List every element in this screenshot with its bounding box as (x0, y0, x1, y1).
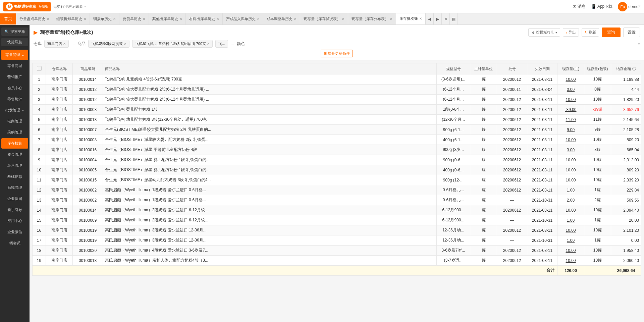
sidebar-item-member-plus[interactable]: 畅会员 (1, 238, 28, 248)
tab-11[interactable]: 库存批次账 ✕ (396, 13, 426, 25)
expand-conditions-btn[interactable]: ⊞ 展开更多条件 (321, 50, 353, 57)
sidebar-item-marketing[interactable]: 营销推广 (1, 72, 28, 82)
tab-7[interactable]: 产成品入库单历史 ✕ (223, 13, 263, 25)
sidebar-item-system[interactable]: 系统管理 (1, 182, 28, 193)
cell-qty-main[interactable]: 10.00 (557, 205, 584, 215)
sidebar-item-ecommerce[interactable]: 电商管理 (1, 116, 28, 126)
tab-3[interactable]: 调拨单历史 ✕ (90, 13, 119, 25)
message-icon: ✉ (573, 4, 577, 9)
tab-6-close[interactable]: ✕ (216, 17, 219, 21)
cell-qty-main[interactable]: 10.00 (557, 175, 584, 185)
sidebar-item-guide[interactable]: 新手引导 (1, 205, 28, 215)
table-row: 11 南岸门店 00100015 合生元（BIOSTIME）派星幼儿配方奶粉 3… (33, 175, 641, 185)
tab-11-close[interactable]: ✕ (419, 17, 422, 20)
sidebar-item-wholesale-label: 批发管理 ▼ (5, 108, 24, 112)
sidebar-item-purchase[interactable]: 采购管理 (1, 127, 28, 138)
tab-4[interactable]: 要货单历史 ✕ (119, 13, 149, 25)
tab-9-close[interactable]: ✕ (342, 17, 344, 21)
tab-8[interactable]: 成本调整单历史 ✕ (263, 13, 300, 25)
cell-qty-main[interactable]: 10.00 (557, 225, 584, 235)
tab-2[interactable]: 组装拆卸单历史 ✕ (53, 13, 90, 25)
cell-qty-main[interactable]: 9.00 (557, 125, 584, 135)
tab-next-btn[interactable]: ▶ (434, 13, 442, 25)
tab-1-close[interactable]: ✕ (47, 17, 49, 21)
product-more[interactable]: ... (231, 42, 234, 46)
export-btn[interactable]: ↑ 导出 (563, 28, 579, 37)
tab-5-close[interactable]: ✕ (179, 17, 182, 21)
tab-10[interactable]: 现存量（库存分布表） ✕ (348, 13, 396, 25)
settings-btn[interactable]: 设置 (623, 28, 640, 37)
user-area[interactable]: Ea demo2 (618, 2, 641, 11)
cell-warehouse: 南岸门店 (46, 215, 73, 225)
cell-qty-main[interactable]: 2.00 (557, 195, 584, 205)
cell-qty-main[interactable]: -39.00 (557, 105, 584, 115)
color-dropdown-arrow[interactable]: ▾ (638, 42, 640, 46)
product-tag-2-close[interactable]: ✕ (207, 42, 210, 46)
cell-qty-main[interactable]: 10.00 (557, 165, 584, 175)
cell-batch: 20200612 (497, 105, 527, 115)
tab-7-close[interactable]: ✕ (257, 17, 260, 21)
tab-prev-btn[interactable]: ◀ (426, 13, 434, 25)
cell-qty-main[interactable]: 0.00 (557, 85, 584, 95)
print-btn[interactable]: 🖨 按模板打印 ▾ (528, 28, 560, 37)
tab-1[interactable]: 分量盘点单历史 ✕ (16, 13, 53, 25)
refresh-btn[interactable]: ↻ 刷新 (582, 28, 599, 37)
cell-qty-pkg: 10罐 (584, 256, 611, 266)
warehouse-tag-close[interactable]: ✕ (63, 42, 66, 46)
sidebar-item-inventory-label: 库存核算 (7, 141, 22, 145)
tab-3-close[interactable]: ✕ (113, 17, 116, 21)
sidebar-search[interactable]: 🔍 搜索英单 (1, 28, 28, 36)
sidebar-item-member[interactable]: 会员中心 (1, 83, 28, 93)
cell-qty-main[interactable]: 10.00 (557, 246, 584, 256)
sidebar-item-operations[interactable]: 经营管理 (1, 160, 28, 171)
cell-qty-main[interactable]: 1.00 (557, 185, 584, 195)
expand-arrow[interactable]: ▶ (34, 29, 38, 36)
tab-2-close[interactable]: ✕ (84, 17, 86, 21)
cell-qty-main[interactable]: 10.00 (557, 256, 584, 266)
cell-qty-main[interactable]: 10.00 (557, 135, 584, 145)
product-tag-1-close[interactable]: ✕ (124, 42, 126, 46)
sidebar-item-wholesale[interactable]: 批发管理 ▼ (1, 105, 28, 115)
cell-qty-main[interactable]: 3.00 (557, 145, 584, 155)
query-btn[interactable]: 查询 (602, 28, 621, 37)
tab-6-label: 材料出库单历史 (189, 16, 215, 21)
sidebar-item-retail-management[interactable]: 零售管理 ▲ (1, 50, 28, 60)
cell-unit: 罐 (470, 256, 497, 266)
tab-home[interactable]: 首页 (0, 13, 16, 25)
tab-close-all-btn[interactable]: ✕ (442, 13, 450, 25)
table-row: 6 南岸门店 00100007 合生元(BIOSTIME)派星较大婴儿配方奶粉 … (33, 125, 641, 135)
warehouse-more[interactable]: ... (71, 42, 75, 46)
logo-area[interactable]: 畅 畅捷通好生意 标题版 (3, 2, 51, 11)
cell-qty-main[interactable]: 1.00 (557, 235, 584, 246)
product-tag-2[interactable]: 飞鹤星飞帆 儿童奶粉 4段(3-6岁适用) 700克 ✕ (132, 40, 213, 48)
sidebar-item-finance[interactable]: 资金管理 (1, 149, 28, 160)
tab-4-close[interactable]: ✕ (143, 17, 145, 21)
tab-10-close[interactable]: ✕ (390, 17, 392, 21)
sidebar-item-retail-mall[interactable]: 零售商城 (1, 61, 28, 71)
tab-6[interactable]: 材料出库单历史 ✕ (186, 13, 223, 25)
product-tag-more[interactable]: 飞... (215, 40, 228, 48)
cell-qty-pkg: 9罐 (584, 125, 611, 135)
cell-qty-main[interactable]: 10.00 (557, 155, 584, 165)
sidebar-item-retail-stats[interactable]: 零售统计 (1, 94, 28, 104)
sidebar-quick-nav[interactable]: 快捷导航 (1, 38, 28, 46)
sidebar-item-wechat[interactable]: 企业微信 (1, 227, 28, 237)
tab-9[interactable]: 现存量（库存状况表） ✕ (300, 13, 348, 25)
sidebar-item-enterprise[interactable]: 企业协同 (1, 194, 28, 204)
message-btn[interactable]: ✉ 消息 (573, 4, 586, 9)
sidebar-item-apps[interactable]: 应用中心 (1, 216, 28, 226)
tab-8-close[interactable]: ✕ (294, 17, 297, 21)
sidebar-item-basics[interactable]: 基础信息 (1, 171, 28, 182)
cell-qty-main[interactable]: 11.00 (557, 115, 584, 125)
cell-qty-main[interactable]: 1.00 (557, 215, 584, 225)
cell-qty-main[interactable]: 10.00 (557, 95, 584, 105)
product-tag-1[interactable]: 飞鹤奶粉3段两提装 ✕ (88, 40, 129, 48)
header-checkbox[interactable] (37, 66, 42, 71)
download-btn[interactable]: 📱 App下载 (591, 4, 612, 9)
breadcrumb-area: 母婴行业演示账套 ▾ (53, 4, 86, 9)
sidebar-item-inventory[interactable]: 库存核算 (1, 138, 28, 149)
warehouse-tag[interactable]: 南岸门店 ✕ (44, 40, 69, 48)
tab-5[interactable]: 其他出库单历史 ✕ (149, 13, 186, 25)
tab-menu-btn[interactable]: ▤ (450, 13, 458, 25)
cell-qty-main[interactable]: 10.00 (557, 74, 584, 85)
